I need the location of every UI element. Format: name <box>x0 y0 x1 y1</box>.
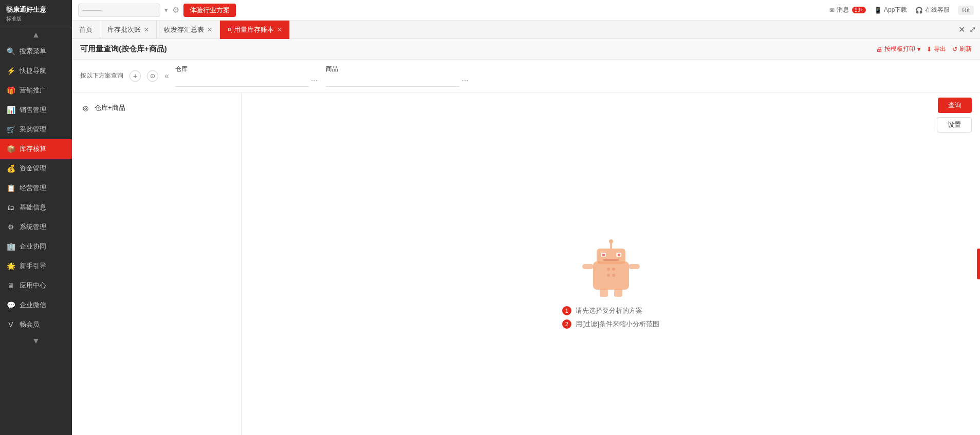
sidebar-item-label-purchase: 采购管理 <box>20 125 46 134</box>
warehouse-dots[interactable]: ··· <box>311 76 318 85</box>
sidebar-item-label-corp: 企业协同 <box>20 242 46 251</box>
print-action[interactable]: 🖨 按模板打印 ▾ <box>876 45 920 53</box>
user-avatar[interactable]: Rit <box>958 6 974 15</box>
filter-settings-button[interactable]: ⊙ <box>147 70 158 82</box>
content-area: ◎ 仓库+商品 查询 设置 <box>72 92 980 435</box>
tab-available[interactable]: 可用量库存账本✕ <box>220 21 290 39</box>
sidebar-item-sales[interactable]: 📊 销售管理 <box>0 100 72 120</box>
svg-rect-4 <box>602 254 605 256</box>
left-panel-icon-0: ◎ <box>80 103 90 113</box>
sidebar-item-inventory[interactable]: 📦 库存核算 <box>0 139 72 159</box>
tab-summary[interactable]: 收发存汇总表✕ <box>157 21 220 39</box>
corp-icon: 🏢 <box>6 242 15 251</box>
sidebar-item-vip[interactable]: V 畅会员 <box>0 315 72 334</box>
page-header: 可用量查询(按仓库+商品) 🖨 按模板打印 ▾ ⬇ 导出 ↺ 刷新 <box>72 39 980 60</box>
svg-point-13 <box>607 268 610 271</box>
headset-icon: 🎧 <box>915 7 923 14</box>
search-text: ——— <box>83 7 101 14</box>
settings-button[interactable]: 设置 <box>937 117 972 133</box>
svg-point-12 <box>609 239 613 243</box>
left-panel-item-0[interactable]: ◎ 仓库+商品 <box>72 99 241 117</box>
export-action[interactable]: ⬇ 导出 <box>927 45 946 53</box>
guide-icon: 🌟 <box>6 261 15 271</box>
sidebar-item-corp[interactable]: 🏢 企业协同 <box>0 237 72 256</box>
service-item[interactable]: 🎧 在线客服 <box>915 6 950 14</box>
system-icon: ⚙ <box>6 222 15 232</box>
product-input[interactable] <box>326 74 459 87</box>
app-download-item[interactable]: 📱 App下载 <box>874 6 907 14</box>
tabs-container: 首页库存批次账✕收发存汇总表✕可用量库存账本✕ <box>72 21 954 39</box>
tip-number-2: 2 <box>562 319 571 329</box>
sidebar-item-basic[interactable]: 🗂 基础信息 <box>0 198 72 217</box>
shortcut-icon: ⚡ <box>6 66 15 75</box>
topbar-right: ✉ 消息 99+ 📱 App下载 🎧 在线客服 Rit <box>829 6 974 15</box>
print-label: 按模板打印 <box>884 45 915 53</box>
product-dots[interactable]: ··· <box>461 76 468 85</box>
filter-bar: 按以下方案查询 + ⊙ « 仓库 ··· 商品 · <box>72 60 980 92</box>
wechat-icon: 💬 <box>6 300 15 310</box>
sidebar-item-shortcut[interactable]: ⚡ 快捷导航 <box>0 61 72 81</box>
tab-close-available[interactable]: ✕ <box>277 26 282 33</box>
message-icon: ✉ <box>829 7 835 14</box>
tab-label-batch: 库存批次账 <box>107 25 141 34</box>
tabs-right: ✕ ⤢ <box>954 25 980 34</box>
inventory-icon: 📦 <box>6 144 15 154</box>
empty-tip-2: 2 用[过滤]条件来缩小分析范围 <box>562 319 659 329</box>
close-tab-button[interactable]: ✕ <box>958 25 965 34</box>
topbar-gear-icon[interactable]: ⚙ <box>172 5 179 15</box>
sidebar-item-system[interactable]: ⚙ 系统管理 <box>0 217 72 237</box>
sidebar-item-label-app: 应用中心 <box>20 281 46 290</box>
experience-button[interactable]: 体验行业方案 <box>183 4 236 17</box>
tab-batch[interactable]: 库存批次账✕ <box>100 21 157 39</box>
sidebar-item-label-inventory: 库存核算 <box>20 144 46 154</box>
warehouse-input[interactable] <box>175 74 309 87</box>
sidebar-item-guide[interactable]: 🌟 新手引导 <box>0 256 72 276</box>
sidebar-scroll-up[interactable]: ▲ <box>0 28 72 42</box>
message-item[interactable]: ✉ 消息 99+ <box>829 6 866 14</box>
tab-label-summary: 收发存汇总表 <box>164 25 204 34</box>
query-button[interactable]: 查询 <box>938 98 972 113</box>
tab-home[interactable]: 首页 <box>72 21 100 39</box>
sidebar-item-marketing[interactable]: 🎁 营销推广 <box>0 81 72 100</box>
tip-text-1: 请先选择要分析的方案 <box>576 306 642 315</box>
topbar-chevron-icon[interactable]: ▾ <box>164 6 168 14</box>
page-content: 可用量查询(按仓库+商品) 🖨 按模板打印 ▾ ⬇ 导出 ↺ 刷新 按以下方案 <box>72 39 980 435</box>
sidebar-scroll-down[interactable]: ▼ <box>0 334 72 348</box>
sidebar-item-wechat[interactable]: 💬 企业微信 <box>0 295 72 315</box>
right-area: 查询 设置 <box>242 92 980 435</box>
svg-point-16 <box>612 274 615 277</box>
svg-point-14 <box>612 268 615 271</box>
sidebar-item-label-vip: 畅会员 <box>20 320 40 329</box>
sidebar-item-app[interactable]: 🖥 应用中心 <box>0 276 72 295</box>
tabs-bar: 首页库存批次账✕收发存汇总表✕可用量库存账本✕ ✕ ⤢ <box>72 21 980 39</box>
search-box[interactable]: ——— <box>78 4 160 17</box>
tab-close-summary[interactable]: ✕ <box>207 26 212 33</box>
filter-collapse-button[interactable]: « <box>164 71 169 81</box>
scroll-hint <box>977 249 980 279</box>
sidebar-item-finance[interactable]: 💰 资金管理 <box>0 159 72 178</box>
expand-button[interactable]: ⤢ <box>969 25 976 34</box>
export-icon: ⬇ <box>927 46 932 53</box>
print-icon: 🖨 <box>876 46 882 53</box>
version-badge: 标准版 <box>6 15 66 23</box>
tab-close-batch[interactable]: ✕ <box>144 26 149 33</box>
product-filter-field: 商品 ··· <box>326 65 468 87</box>
sidebar-item-label-operation: 经营管理 <box>20 183 46 193</box>
search-icon: 🔍 <box>6 47 15 56</box>
filter-label: 按以下方案查询 <box>80 71 123 80</box>
filter-add-button[interactable]: + <box>130 70 141 82</box>
sidebar-item-label-search: 搜索菜单 <box>20 47 46 56</box>
tab-label-home: 首页 <box>79 25 93 34</box>
sidebar-item-purchase[interactable]: 🛒 采购管理 <box>0 120 72 139</box>
empty-tips: 1 请先选择要分析的方案 2 用[过滤]条件来缩小分析范围 <box>562 306 659 329</box>
sidebar-item-search[interactable]: 🔍 搜索菜单 <box>0 42 72 61</box>
print-chevron-icon: ▾ <box>917 46 920 53</box>
empty-tip-1: 1 请先选择要分析的方案 <box>562 306 659 315</box>
page-header-actions: 🖨 按模板打印 ▾ ⬇ 导出 ↺ 刷新 <box>876 45 972 53</box>
operation-icon: 📋 <box>6 183 15 193</box>
refresh-action[interactable]: ↺ 刷新 <box>952 45 972 53</box>
sales-icon: 📊 <box>6 105 15 115</box>
sidebar-item-label-guide: 新手引导 <box>20 261 46 271</box>
sidebar-item-operation[interactable]: 📋 经营管理 <box>0 178 72 198</box>
svg-point-15 <box>607 274 610 277</box>
